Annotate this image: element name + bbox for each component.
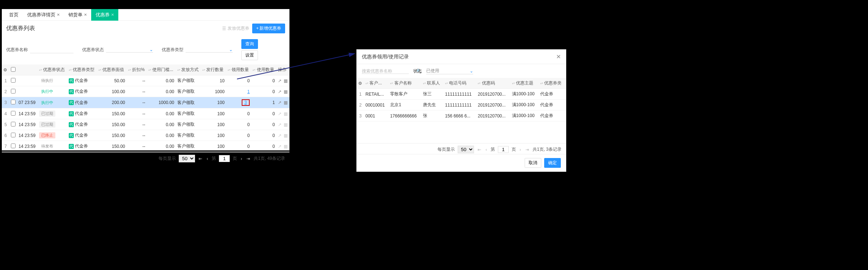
modal-status-select[interactable]: 已使用 ⌄ (426, 68, 473, 74)
ok-button[interactable]: 确定 (544, 158, 561, 168)
col-code[interactable]: ▴▾ 优惠码 (476, 78, 510, 89)
cell-claim-qty[interactable]: 0 (226, 141, 251, 152)
col-claim-qty[interactable]: ▴▾ 领用数量 (226, 65, 251, 75)
cell-threshold: 1000.00 (147, 97, 176, 108)
page-input[interactable] (498, 146, 509, 153)
qr-icon[interactable]: ▦ (284, 89, 288, 94)
cancel-button[interactable]: 取消 (525, 158, 541, 168)
pagination: 每页显示 50 ⇤ ‹ 第 页 › ⇥ 共1页, 49条记录 (2, 152, 289, 165)
per-page-select[interactable]: 50 (179, 155, 195, 162)
row-checkbox[interactable] (9, 119, 17, 130)
type-select[interactable]: ⌄ (186, 47, 233, 53)
next-page-icon[interactable]: › (240, 156, 243, 161)
query-button[interactable]: 查询 (241, 39, 258, 49)
gear-icon[interactable]: ⚙ (357, 78, 364, 89)
table-row[interactable]: 2执行中代金券100.00--0.00客户领取100010↗▦ (2, 86, 289, 97)
col-threshold[interactable]: ▴▾ 使用门槛... (147, 65, 176, 75)
row-checkbox[interactable] (9, 108, 17, 119)
next-page-icon[interactable]: › (519, 147, 522, 152)
qr-icon[interactable]: ▦ (284, 122, 288, 127)
cell-time: 14 23:59 (17, 108, 38, 119)
cell-discount: -- (127, 108, 147, 119)
table-row[interactable]: 414 23:59已过期代金券150.00--0.00客户领取10000↗▦ (2, 108, 289, 119)
coupon-name-input[interactable] (30, 46, 73, 53)
table-row[interactable]: 714 23:59待发布代金券150.00--0.00客户领取10000↗▦ (2, 141, 289, 152)
table-scroll[interactable]: ⚙ ▴▾ 优惠券状态 ▴▾ 优惠券类型 ▴▾ 优惠券面值 ▴▾ 折扣% ▴▾ 使… (2, 65, 289, 152)
prev-page-icon[interactable]: ‹ (206, 156, 209, 161)
qr-icon[interactable]: ▦ (284, 100, 288, 105)
cell-method: 客户领取 (176, 130, 201, 141)
last-page-icon[interactable]: ⇥ (246, 156, 251, 161)
cell-claim-qty[interactable]: 0 (226, 75, 251, 86)
close-icon[interactable]: ✕ (57, 13, 60, 17)
last-page-icon[interactable]: ⇥ (525, 147, 530, 152)
table-row[interactable]: 1RETAIL...零散客户张三111111111112019120700...… (357, 89, 566, 100)
cell-code: 2019120700... (476, 111, 510, 121)
add-coupon-button[interactable]: 新增优惠券 (252, 24, 285, 33)
cell-claim-qty[interactable]: 0 (226, 130, 251, 141)
row-index: 7 (2, 141, 9, 152)
col-method[interactable]: ▴▾ 发放方式 (176, 65, 201, 75)
table-row[interactable]: 1待执行代金券50.00--0.00客户领取1000↗▦ (2, 75, 289, 86)
close-icon[interactable]: ✕ (84, 13, 87, 17)
tab-home[interactable]: 首页 (5, 9, 23, 21)
cell-method: 客户领取 (176, 141, 201, 152)
row-checkbox[interactable] (9, 130, 17, 141)
col-type[interactable]: ▴▾ 优惠券类型 (67, 65, 97, 75)
row-checkbox[interactable] (9, 141, 17, 152)
settings-button[interactable]: 设置 (241, 50, 258, 60)
first-page-icon[interactable]: ⇤ (198, 156, 203, 161)
tab-detail[interactable]: 优惠券详情页✕ (23, 9, 64, 21)
prev-page-icon[interactable]: ‹ (485, 147, 488, 152)
col-status[interactable]: ▴▾ 优惠券状态 (38, 65, 67, 75)
status-select[interactable]: ⌄ (106, 47, 153, 53)
select-all-checkbox[interactable] (9, 65, 17, 75)
share-icon[interactable]: ↗ (278, 78, 281, 83)
qr-icon[interactable]: ▦ (284, 111, 288, 116)
cell-subject: 满1000-100 (511, 100, 539, 111)
row-index: 1 (2, 75, 9, 86)
issue-coupon-link[interactable]: ☰ 发放优惠券 (222, 25, 249, 32)
col-issue-qty[interactable]: ▴▾ 发行数量 (201, 65, 226, 75)
qr-icon[interactable]: ▦ (284, 144, 288, 149)
table-row[interactable]: 200010001北京1唐先生111111111112019120700...满… (357, 100, 566, 111)
col-discount[interactable]: ▴▾ 折扣% (127, 65, 147, 75)
col-subject[interactable]: ▴▾ 优惠主题 (511, 78, 539, 89)
cell-code: 2019120700... (476, 100, 510, 111)
close-icon[interactable]: ✕ (556, 53, 561, 60)
col-contact[interactable]: ▴▾ 联系人 (422, 78, 444, 89)
cell-claim-qty[interactable]: 0 (226, 108, 251, 119)
share-icon[interactable]: ↗ (278, 100, 281, 105)
cell-issue-qty: 100 (201, 108, 226, 119)
tab-coupon[interactable]: 优惠券✕ (91, 9, 118, 21)
col-face[interactable]: ▴▾ 优惠券面值 (97, 65, 127, 75)
col-use-qty[interactable]: ▴▾ 使用数量 (251, 65, 276, 75)
first-page-icon[interactable]: ⇤ (477, 147, 482, 152)
row-checkbox[interactable] (9, 97, 17, 108)
filter-status: 优惠券状态 ⌄ (82, 47, 153, 53)
table-row[interactable]: 614 23:59已终止代金券150.00--0.00客户领取10000↗▦ (2, 130, 289, 141)
cell-claim-qty[interactable]: 1 (226, 86, 251, 97)
per-page-select[interactable]: 50 (458, 146, 474, 153)
share-icon[interactable]: ↗ (278, 89, 281, 94)
table-row[interactable]: 307 23:59执行中代金券200.00--1000.00客户领取10031↗… (2, 97, 289, 108)
gear-icon[interactable]: ⚙ (2, 65, 9, 75)
col-type[interactable]: ▴▾ 优惠券类 (539, 78, 566, 89)
close-icon[interactable]: ✕ (111, 13, 114, 17)
cell-type: 代金券 (67, 108, 97, 119)
col-cust-no[interactable]: ▴▾ 客户... (364, 78, 389, 89)
table-row[interactable]: 3000117666666666张156 6666 6...2019120700… (357, 111, 566, 121)
qr-icon[interactable]: ▦ (284, 133, 288, 138)
row-checkbox[interactable] (9, 75, 17, 86)
cell-claim-qty[interactable]: 3 (226, 97, 251, 108)
tab-sales[interactable]: 销货单✕ (64, 9, 91, 21)
row-checkbox[interactable] (9, 86, 17, 97)
coupon-search-input[interactable] (362, 68, 416, 74)
col-cust-name[interactable]: ▴▾ 客户名称 (389, 78, 421, 89)
qr-icon[interactable]: ▦ (284, 78, 288, 83)
col-phone[interactable]: ▴▾ 电话号码 (444, 78, 476, 89)
cell-claim-qty[interactable]: 0 (226, 119, 251, 130)
filter-label: 优惠券类型 (162, 47, 183, 53)
page-input[interactable] (219, 155, 230, 162)
table-row[interactable]: 514 23:59已过期代金券150.00--0.00客户领取10000↗▦ (2, 119, 289, 130)
